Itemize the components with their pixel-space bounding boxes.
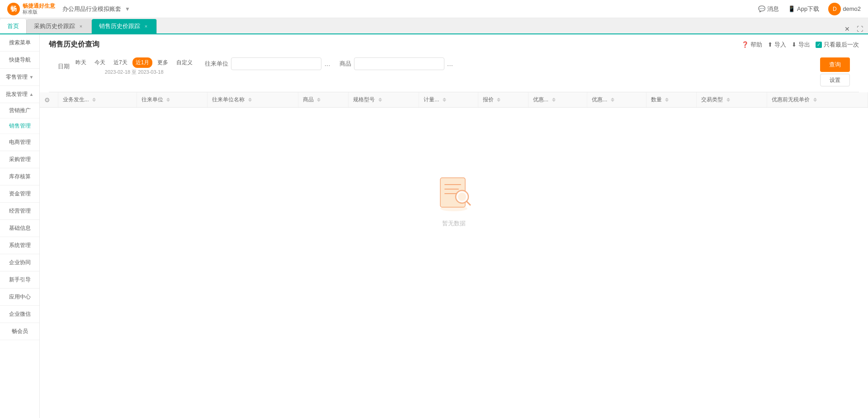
th-partner-code[interactable]: 往来单位	[137, 92, 208, 108]
sidebar-item-member-label: 畅会员	[12, 328, 28, 335]
sidebar-item-enterprise-coop[interactable]: 企业协同	[0, 254, 39, 271]
th-tax-free-price[interactable]: 优惠前无税单价	[767, 92, 868, 108]
only-last-checkbox-label[interactable]: ✓ 只看最后一次	[816, 41, 859, 49]
sidebar-item-search-menu[interactable]: 搜索菜单	[0, 34, 39, 52]
sort-desc-partner-code	[166, 100, 170, 102]
sort-asc-product	[317, 98, 321, 100]
th-discount1[interactable]: 优惠...	[528, 92, 587, 108]
app-download-button[interactable]: 📱 App下载	[788, 5, 819, 13]
sidebar-item-marketing[interactable]: 营销推广	[0, 103, 39, 119]
th-trade-type[interactable]: 交易类型	[697, 92, 767, 108]
th-quantity[interactable]: 数量	[646, 92, 697, 108]
retail-mgmt-arrow-icon: ▼	[29, 75, 34, 80]
sidebar-item-retail-mgmt[interactable]: 零售管理 ▼	[0, 69, 39, 86]
sidebar-item-app-center[interactable]: 应用中心	[0, 289, 39, 306]
message-label: 消息	[767, 5, 779, 13]
th-product[interactable]: 商品	[298, 92, 349, 108]
sidebar-item-inventory[interactable]: 库存核算	[0, 168, 39, 185]
page-header: 销售历史价查询 ❓ 帮助 ⬆ 导入 ⬇ 导出 ✓	[40, 34, 868, 92]
sidebar-item-marketing-label: 营销推广	[9, 107, 31, 114]
query-button[interactable]: 查询	[820, 57, 850, 72]
th-unit-label: 计量...	[424, 96, 439, 103]
date-btn-custom[interactable]: 自定义	[173, 57, 196, 68]
message-icon: 💬	[758, 5, 765, 12]
tab-close-all-button[interactable]: ✕	[843, 24, 852, 33]
sort-icons-unit	[443, 98, 446, 102]
th-biz-date[interactable]: 业务发生...	[58, 92, 137, 108]
table-settings-icon[interactable]: ⚙	[44, 96, 50, 104]
sidebar-item-wholesale-mgmt[interactable]: 批发管理 ▲	[0, 86, 39, 103]
only-last-label: 只看最后一次	[824, 41, 859, 49]
sidebar-item-base-info[interactable]: 基础信息	[0, 220, 39, 237]
tab-sales-history[interactable]: 销售历史价跟踪 ×	[92, 19, 157, 33]
partner-input[interactable]	[231, 57, 321, 70]
tab-sales-history-close[interactable]: ×	[143, 23, 149, 29]
tab-bar-right: ✕ ⛶	[843, 24, 868, 33]
import-button[interactable]: ⬆ 导入	[768, 41, 786, 49]
sidebar-item-quick-nav[interactable]: 快捷导航	[0, 52, 39, 69]
sidebar-item-purchase-mgmt-label: 采购管理	[9, 156, 31, 163]
sidebar-item-enterprise-wechat[interactable]: 企业微信	[0, 306, 39, 323]
date-btn-yesterday[interactable]: 昨天	[72, 57, 90, 68]
export-button[interactable]: ⬇ 导出	[792, 41, 810, 49]
sort-desc-product	[317, 100, 321, 102]
sidebar-item-enterprise-coop-label: 企业协同	[9, 259, 31, 266]
sidebar-item-beginner-guide[interactable]: 新手引导	[0, 271, 39, 289]
th-partner-code-label: 往来单位	[142, 96, 163, 103]
sort-icons-quote	[497, 98, 500, 102]
th-quote[interactable]: 报价	[478, 92, 528, 108]
empty-wrapper: 暂无数据	[431, 169, 476, 228]
page-title: 销售历史价查询	[49, 40, 99, 49]
sort-desc-biz-date	[92, 100, 96, 102]
tab-purchase-history-close[interactable]: ×	[78, 23, 84, 29]
date-btn-today[interactable]: 今天	[91, 57, 108, 68]
app-title-dropdown-icon[interactable]: ▼	[125, 6, 130, 12]
sort-icons-spec	[378, 98, 382, 102]
th-settings: ⚙	[40, 92, 58, 108]
th-spec[interactable]: 规格型号	[349, 92, 419, 108]
product-dots[interactable]: ...	[447, 60, 453, 68]
page-actions: ❓ 帮助 ⬆ 导入 ⬇ 导出 ✓ 只看最后一次	[741, 41, 859, 49]
sort-desc-discount1	[552, 100, 556, 102]
sidebar-item-enterprise-wechat-label: 企业微信	[9, 310, 31, 318]
sidebar-item-sys-mgmt[interactable]: 系统管理	[0, 237, 39, 254]
sidebar-item-app-center-label: 应用中心	[9, 293, 31, 301]
help-button[interactable]: ❓ 帮助	[741, 41, 762, 49]
product-filter-group: 商品 ...	[340, 57, 453, 70]
th-trade-type-label: 交易类型	[701, 96, 723, 103]
th-partner-name[interactable]: 往来单位名称	[208, 92, 298, 108]
settings-button[interactable]: 设置	[820, 74, 850, 86]
tab-home[interactable]: 首页	[0, 19, 27, 33]
date-btn-last1month[interactable]: 近1月	[132, 57, 153, 68]
sidebar-item-member[interactable]: 畅会员	[0, 323, 39, 340]
sort-icons-biz-date	[92, 98, 96, 102]
tab-expand-button[interactable]: ⛶	[855, 24, 864, 33]
th-unit[interactable]: 计量...	[419, 92, 478, 108]
sort-icons-discount1	[552, 98, 556, 102]
sidebar-item-ops-mgmt[interactable]: 经营管理	[0, 203, 39, 220]
content-area: 销售历史价查询 ❓ 帮助 ⬆ 导入 ⬇ 导出 ✓	[40, 34, 868, 418]
user-menu[interactable]: D demo2	[828, 3, 861, 15]
sidebar-item-inventory-label: 库存核算	[9, 173, 31, 180]
sidebar-item-ecommerce-mgmt[interactable]: 电商管理	[0, 134, 39, 151]
sort-asc-biz-date	[92, 98, 96, 100]
export-icon: ⬇	[792, 41, 797, 48]
sidebar-item-purchase-mgmt[interactable]: 采购管理	[0, 151, 39, 168]
sort-desc-unit	[443, 100, 446, 102]
date-btn-last7days[interactable]: 近7天	[110, 57, 131, 68]
header-right: 💬 消息 📱 App下载 D demo2	[758, 3, 861, 15]
sidebar-item-finance-mgmt[interactable]: 资金管理	[0, 185, 39, 203]
message-button[interactable]: 💬 消息	[758, 5, 779, 13]
product-input[interactable]	[354, 57, 444, 70]
partner-filter-label: 往来单位	[205, 60, 228, 68]
sidebar-item-sales-mgmt[interactable]: 销售管理	[0, 119, 39, 134]
partner-dots[interactable]: ...	[324, 60, 330, 68]
tab-purchase-history[interactable]: 采购历史价跟踪 ×	[27, 19, 92, 33]
sort-desc-quantity	[665, 100, 669, 102]
data-table: ⚙ 业务发生... 往来单位	[40, 92, 868, 108]
th-discount2[interactable]: 优惠...	[587, 92, 646, 108]
date-btn-more[interactable]: 更多	[154, 57, 171, 68]
only-last-checkbox[interactable]: ✓	[816, 42, 822, 48]
th-discount1-label: 优惠...	[533, 96, 548, 103]
help-icon: ❓	[741, 41, 749, 48]
